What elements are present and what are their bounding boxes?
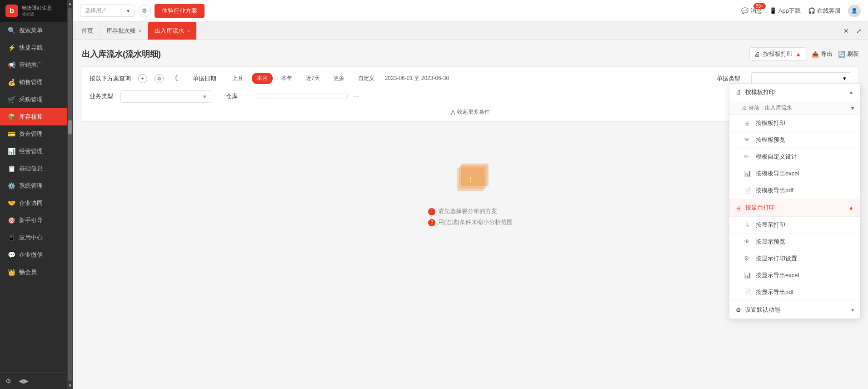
sidebar-item-cooperation[interactable]: 🤝 企业协同: [0, 194, 67, 212]
user-selector[interactable]: 选择用户 ▾: [80, 5, 135, 17]
sidebar-item-search[interactable]: 🔍 搜索菜单: [0, 22, 67, 39]
doc-type-selector[interactable]: ▾: [751, 72, 851, 85]
sidebar-item-quick-nav[interactable]: ⚡ 快捷导航: [0, 39, 67, 56]
display-print-section-header[interactable]: 🖨 按显示打印 ▲: [729, 199, 860, 217]
topbar-gear-button[interactable]: ⚙: [138, 5, 151, 17]
sidebar-item-member[interactable]: 👑 畅会员: [0, 264, 67, 281]
sidebar-item-finance[interactable]: 💳 资金管理: [0, 125, 67, 143]
sidebar-item-apps[interactable]: 📱 应用中心: [0, 229, 67, 246]
export-icon: 📤: [812, 51, 819, 58]
quick-nav-icon: ⚡: [7, 44, 15, 51]
tab-batch-account-close[interactable]: ×: [139, 28, 141, 34]
empty-tip-2: 用[过滤]条件来缩小分析范围: [428, 218, 512, 226]
tab-home[interactable]: 首页: [75, 22, 100, 40]
dropdown-display-export-pdf[interactable]: 📄 按显示导出pdf: [729, 284, 860, 301]
main-area: 选择用户 ▾ ⚙ 体验行业方案 💬 消息 99+ 📱 App下载 🎧 在线客服: [73, 0, 868, 389]
filter-add-button[interactable]: +: [138, 74, 147, 83]
dropdown-set-default-button[interactable]: ⚙ 设置默认功能 ▾: [729, 301, 860, 319]
inventory-icon: 📦: [7, 113, 15, 120]
sidebar-item-guide[interactable]: 🎯 新手引导: [0, 212, 67, 229]
filter-setting-button[interactable]: ⚙: [155, 74, 164, 83]
cooperation-icon: 🤝: [7, 199, 15, 207]
refresh-button[interactable]: 🔄 刷新: [838, 50, 859, 58]
gear-icon: ⚙: [142, 7, 147, 14]
date-year[interactable]: 本年: [276, 73, 297, 84]
sales-icon: 💰: [7, 79, 15, 86]
topbar-right: 💬 消息 99+ 📱 App下载 🎧 在线客服 👤: [741, 5, 861, 17]
sidebar-item-operation[interactable]: 📊 经营管理: [0, 143, 67, 160]
dropdown-display-export-excel[interactable]: 📊 按显示导出excel: [729, 267, 860, 284]
tab-in-out-flow[interactable]: 出入库流水 ×: [148, 22, 196, 40]
display-section-chevron: ▲: [848, 204, 854, 211]
tab-close-button[interactable]: ✕: [841, 25, 852, 36]
sidebar-item-sales[interactable]: 💰 销售管理: [0, 74, 67, 91]
sidebar-scrollbar[interactable]: ▲ ▼: [67, 0, 73, 389]
sidebar-item-marketing[interactable]: 📢 营销推广: [0, 56, 67, 74]
date-prev-month[interactable]: 上月: [227, 73, 248, 84]
date-cur-month[interactable]: 本月: [252, 73, 273, 84]
tabs-right-controls: ✕ ⤢: [841, 22, 866, 40]
current-dot: ⊙: [742, 105, 747, 111]
tab-in-out-flow-close[interactable]: ×: [187, 28, 190, 34]
warehouse-dots[interactable]: ···: [351, 92, 361, 100]
printer-icon: 🖨: [754, 51, 760, 58]
pdf-item-icon: 📄: [744, 187, 751, 194]
warehouse-selector[interactable]: [257, 94, 348, 99]
tab-batch-account[interactable]: 库存批次账 ×: [100, 22, 148, 40]
settings-bottom-icon[interactable]: ⚙: [5, 377, 11, 384]
scroll-thumb[interactable]: [68, 120, 72, 135]
app-download-button[interactable]: 📱 App下载: [769, 7, 801, 15]
set-default-icon: ⚙: [736, 307, 741, 314]
customer-service-button[interactable]: 🎧 在线客服: [808, 7, 841, 15]
dropdown-template-custom[interactable]: ✏ 模板自定义设计: [729, 149, 860, 165]
empty-icon: !: [448, 155, 493, 200]
dropdown-display-print-settings[interactable]: ⚙ 按显示打印设置: [729, 250, 860, 267]
custom-item-icon: ✏: [744, 153, 751, 160]
sidebar-logo: b 畅捷通好生意 标准版: [0, 0, 67, 22]
biz-type-selector[interactable]: ▾: [120, 90, 211, 103]
date-more[interactable]: 更多: [329, 73, 349, 84]
export-button[interactable]: 📤 导出: [812, 50, 833, 58]
page-content: 出入库流水(流水明细) 🖨 按模板打印 ▲ 📤 导出 🔄 刷新: [73, 40, 868, 389]
footer-chevron: ▾: [851, 307, 854, 313]
sidebar-item-system[interactable]: ⚙️ 系统管理: [0, 177, 67, 194]
svg-text:!: !: [469, 176, 471, 183]
collapse-up-icon: ⋀: [451, 109, 455, 115]
filter-collapse-button[interactable]: 《: [171, 74, 178, 83]
date-custom[interactable]: 自定义: [353, 73, 379, 84]
message-icon: 💬: [741, 7, 748, 14]
date-filter-options: 上月 本月 本年 近7天 更多 自定义 2023-06-01 至 2023-06…: [227, 73, 449, 84]
sidebar-item-wechat[interactable]: 💬 企业微信: [0, 246, 67, 264]
dropdown-display-print[interactable]: 🖨 按显示打印: [729, 217, 860, 234]
dropdown-template-export-pdf[interactable]: 📄 按模板导出pdf: [729, 182, 860, 199]
sidebar-item-purchase[interactable]: 🛒 采购管理: [0, 91, 67, 108]
display-preview-icon: 👁: [744, 238, 751, 245]
industry-solution-button[interactable]: 体验行业方案: [155, 4, 205, 18]
dropdown-template-export-excel[interactable]: 📊 按模板导出excel: [729, 165, 860, 182]
dropdown-display-preview[interactable]: 👁 按显示预览: [729, 234, 860, 250]
app-download-icon: 📱: [769, 7, 777, 14]
warehouse-label: 仓库: [226, 92, 253, 100]
page-actions: 🖨 按模板打印 ▲ 📤 导出 🔄 刷新: [749, 47, 859, 61]
template-print-button[interactable]: 🖨 按模板打印 ▲: [749, 47, 806, 61]
scroll-down-arrow[interactable]: ▼: [68, 383, 72, 388]
tab-maximize-button[interactable]: ⤢: [853, 25, 864, 36]
tabs-bar: 首页 库存批次账 × 出入库流水 × ✕ ⤢: [73, 22, 868, 40]
user-avatar[interactable]: 👤: [848, 5, 861, 17]
toggle-sidebar-icon[interactable]: ◀▶: [19, 377, 29, 384]
sidebar-item-inventory[interactable]: 📦 库存核算: [0, 108, 67, 125]
logo-badge: 标准版: [22, 11, 52, 17]
scroll-up-arrow[interactable]: ▲: [68, 1, 72, 6]
message-button[interactable]: 💬 消息 99+: [741, 7, 762, 15]
doc-type-label: 单据类型: [717, 75, 744, 83]
date-7days[interactable]: 近7天: [301, 73, 325, 84]
print-item-icon: 🖨: [744, 120, 751, 127]
dropdown-template-preview[interactable]: 👁 按模板预览: [729, 132, 860, 149]
sidebar-item-basic[interactable]: 📋 基础信息: [0, 160, 67, 177]
guide-icon: 🎯: [7, 217, 15, 224]
marketing-icon: 📢: [7, 61, 15, 69]
dropdown-template-print[interactable]: 🖨 按模板打印: [729, 115, 860, 132]
template-print-section-header[interactable]: 🖨 按模板打印 ▲: [729, 84, 860, 101]
user-selector-chevron: ▾: [127, 8, 130, 14]
wechat-icon: 💬: [7, 251, 15, 259]
